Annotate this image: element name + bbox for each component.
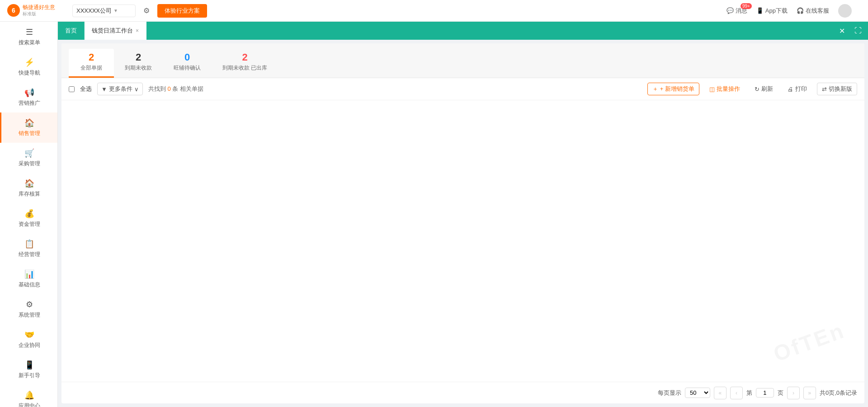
page-label: 第 xyxy=(746,389,752,397)
filter-chevron-icon: ∨ xyxy=(134,86,139,93)
sidebar-item-finance[interactable]: 💰 资金管理 xyxy=(0,203,57,234)
tab-close-icon[interactable]: × xyxy=(136,28,139,34)
sidebar-label-marketing: 营销推广 xyxy=(19,99,40,107)
watermark: OfTEn xyxy=(770,318,849,367)
sidebar-item-sales[interactable]: 🏠 销售管理 xyxy=(0,112,57,143)
main-content: 首页 钱货日清工作台 × ✕ ⛶ 2 全部单据 2 到期未收款 0 旺辅待确认 … xyxy=(58,22,868,407)
sidebar-item-basic-info[interactable]: 📊 基础信息 xyxy=(0,264,57,294)
result-unit: 条 xyxy=(172,85,178,92)
logo-sub: 标准版 xyxy=(23,11,55,17)
select-all-checkbox[interactable] xyxy=(69,86,75,92)
tab-bar: 首页 钱货日清工作台 × ✕ ⛶ xyxy=(58,22,868,40)
sidebar-label-beginner: 新手引导 xyxy=(19,372,40,379)
avatar[interactable] xyxy=(838,4,852,18)
result-suffix: 相关单据 xyxy=(180,85,203,92)
status-tab-2[interactable]: 0 旺辅待确认 xyxy=(163,49,212,78)
status-tab-label-2: 旺辅待确认 xyxy=(174,64,201,72)
last-page-button[interactable]: » xyxy=(803,387,816,399)
sidebar-item-search-menu[interactable]: ☰ 搜索菜单 xyxy=(0,22,57,52)
message-badge: 99+ xyxy=(741,3,752,9)
first-page-button[interactable]: « xyxy=(714,387,726,399)
sidebar-icon-search-menu: ☰ xyxy=(26,27,33,37)
sidebar-icon-purchase: 🛒 xyxy=(24,148,34,158)
sidebar-icon-quick-nav: ⚡ xyxy=(24,57,34,67)
add-icon: ＋ xyxy=(652,85,658,93)
print-btn-label: 打印 xyxy=(795,85,807,93)
sidebar-item-quick-nav[interactable]: ⚡ 快捷导航 xyxy=(0,52,57,82)
main-layout: ☰ 搜索菜单 ⚡ 快捷导航 📢 营销推广 🏠 销售管理 🛒 采购管理 🏠 库存核… xyxy=(0,22,868,407)
status-tab-count-0: 2 xyxy=(89,52,94,62)
switch-btn-label: 切换新版 xyxy=(829,85,852,93)
sidebar-label-app-center: 应用中心 xyxy=(19,402,40,407)
online-service-label: 在线客服 xyxy=(806,7,829,15)
page-size-select[interactable]: 50 100 200 xyxy=(685,388,710,398)
sidebar-label-search-menu: 搜索菜单 xyxy=(19,39,40,47)
refresh-button[interactable]: ↻ 刷新 xyxy=(750,83,778,95)
batch-icon: ◫ xyxy=(709,86,715,93)
message-button[interactable]: 💬 消息 99+ xyxy=(726,7,747,15)
content-area: 2 全部单据 2 到期未收款 0 旺辅待确认 2 到期未收款 已出库 全选 ▼ … xyxy=(61,43,864,403)
sidebar-label-purchase: 采购管理 xyxy=(19,160,40,168)
sidebar-icon-basic-info: 📊 xyxy=(24,269,34,279)
switch-version-button[interactable]: ⇄ 切换新版 xyxy=(817,83,857,95)
sidebar-icon-system: ⚙ xyxy=(26,299,33,309)
sidebar-icon-beginner: 📱 xyxy=(24,360,34,370)
status-tab-count-3: 2 xyxy=(242,52,248,62)
toolbar: 全选 ▼ 更多条件 ∨ 共找到 0 条 相关单据 ＋ + 新增销货单 xyxy=(61,78,864,100)
tab-active[interactable]: 钱货日清工作台 × xyxy=(85,22,146,40)
sidebar-item-enterprise[interactable]: 🤝 企业协同 xyxy=(0,324,57,355)
sidebar-label-sales: 销售管理 xyxy=(19,130,40,137)
sidebar-item-system[interactable]: ⚙ 系统管理 xyxy=(0,294,57,324)
status-tab-count-2: 0 xyxy=(184,52,190,62)
sidebar-label-system: 系统管理 xyxy=(19,311,40,319)
company-selector[interactable]: XXXXXX公司 ▼ xyxy=(72,5,136,17)
status-tab-label-3: 到期未收款 已出库 xyxy=(222,64,267,72)
company-name: XXXXXX公司 xyxy=(76,7,112,15)
sidebar-item-inventory[interactable]: 🏠 库存核算 xyxy=(0,173,57,203)
sidebar-item-operations[interactable]: 📋 经营管理 xyxy=(0,234,57,264)
page-number-input[interactable] xyxy=(756,388,774,398)
sidebar-item-marketing[interactable]: 📢 营销推广 xyxy=(0,82,57,112)
select-all-label: 全选 xyxy=(80,85,92,93)
online-service-button[interactable]: 🎧 在线客服 xyxy=(797,7,829,15)
sidebar-item-beginner[interactable]: 📱 新手引导 xyxy=(0,355,57,385)
status-tab-label-1: 到期未收款 xyxy=(125,64,152,72)
trial-button[interactable]: 体验行业方案 xyxy=(157,4,207,18)
online-service-icon: 🎧 xyxy=(797,7,804,14)
status-tab-1[interactable]: 2 到期未收款 xyxy=(114,49,163,78)
company-dropdown-arrow: ▼ xyxy=(113,8,118,13)
tab-active-label: 钱货日清工作台 xyxy=(92,27,133,35)
tab-home[interactable]: 首页 xyxy=(58,22,85,40)
toolbar-right: ＋ + 新增销货单 ◫ 批量操作 ↻ 刷新 🖨 打印 xyxy=(647,83,857,95)
next-page-button[interactable]: › xyxy=(787,387,800,399)
status-tab-count-1: 2 xyxy=(136,52,141,62)
app-download-button[interactable]: 📱 App下载 xyxy=(756,7,788,15)
tab-maximize-button[interactable]: ⛶ xyxy=(852,24,864,37)
tab-close-all-button[interactable]: ✕ xyxy=(835,24,848,37)
status-tab-label-0: 全部单据 xyxy=(80,64,102,72)
add-sales-order-button[interactable]: ＋ + 新增销货单 xyxy=(647,83,699,95)
sidebar-item-purchase[interactable]: 🛒 采购管理 xyxy=(0,143,57,173)
status-tab-3[interactable]: 2 到期未收款 已出库 xyxy=(212,49,278,78)
prev-page-button[interactable]: ‹ xyxy=(730,387,743,399)
sidebar-label-quick-nav: 快捷导航 xyxy=(19,69,40,77)
sidebar-label-operations: 经营管理 xyxy=(19,251,40,258)
result-text: 共找到 0 条 相关单据 xyxy=(148,85,203,93)
refresh-btn-label: 刷新 xyxy=(761,85,773,93)
status-tab-0[interactable]: 2 全部单据 xyxy=(69,49,114,78)
logo-text-group: 畅捷通好生意 标准版 xyxy=(23,4,55,17)
switch-icon: ⇄ xyxy=(822,86,827,93)
sidebar-icon-operations: 📋 xyxy=(24,239,34,249)
gear-icon: ⚙ xyxy=(143,6,150,15)
print-button[interactable]: 🖨 打印 xyxy=(783,83,811,95)
per-page-label: 每页显示 xyxy=(658,389,681,397)
logo-area: 6 畅捷通好生意 标准版 xyxy=(7,4,65,17)
sidebar-icon-finance: 💰 xyxy=(24,209,34,219)
batch-operation-button[interactable]: ◫ 批量操作 xyxy=(705,83,745,95)
sidebar-label-inventory: 库存核算 xyxy=(19,190,40,198)
settings-button[interactable]: ⚙ xyxy=(139,4,154,18)
top-header: 6 畅捷通好生意 标准版 XXXXXX公司 ▼ ⚙ 体验行业方案 💬 消息 99… xyxy=(0,0,868,22)
sidebar-item-app-center[interactable]: 🔔 应用中心 xyxy=(0,385,57,407)
sidebar-label-basic-info: 基础信息 xyxy=(19,281,40,289)
filter-button[interactable]: ▼ 更多条件 ∨ xyxy=(97,83,143,95)
